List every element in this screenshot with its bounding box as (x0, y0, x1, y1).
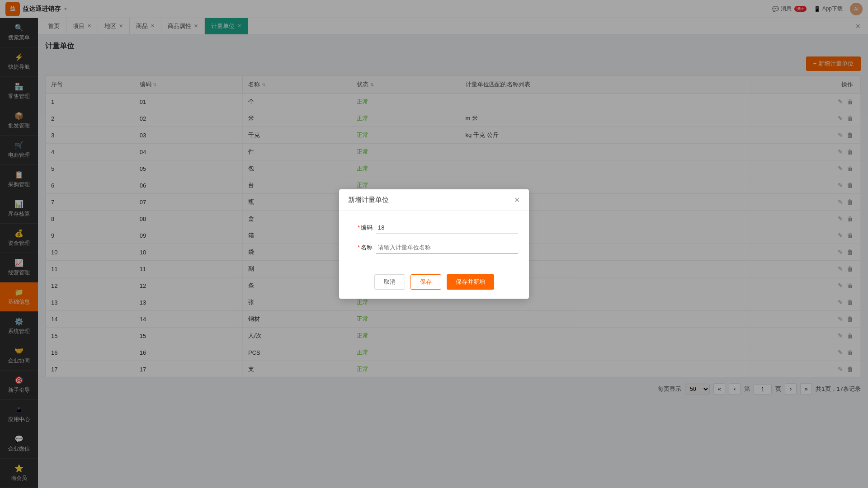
save-and-new-button[interactable]: 保存并新增 (447, 274, 494, 290)
add-measure-unit-modal: 新增计量单位 ✕ *编码 *名称 取消 保存 保存并新增 (339, 189, 529, 299)
code-field-row: *编码 (350, 222, 518, 234)
name-input[interactable] (376, 242, 518, 253)
modal-header: 新增计量单位 ✕ (339, 189, 529, 211)
code-label: *编码 (350, 224, 373, 232)
modal-footer: 取消 保存 保存并新增 (339, 269, 529, 299)
code-input[interactable] (376, 222, 518, 234)
save-button[interactable]: 保存 (410, 274, 441, 290)
cancel-button[interactable]: 取消 (374, 274, 405, 290)
name-field-row: *名称 (350, 242, 518, 253)
modal-close-button[interactable]: ✕ (514, 196, 520, 204)
name-label: *名称 (350, 244, 373, 252)
modal-body: *编码 *名称 (339, 211, 529, 269)
modal-title: 新增计量单位 (348, 196, 389, 204)
modal-overlay: 新增计量单位 ✕ *编码 *名称 取消 保存 保存并新增 (0, 0, 868, 488)
